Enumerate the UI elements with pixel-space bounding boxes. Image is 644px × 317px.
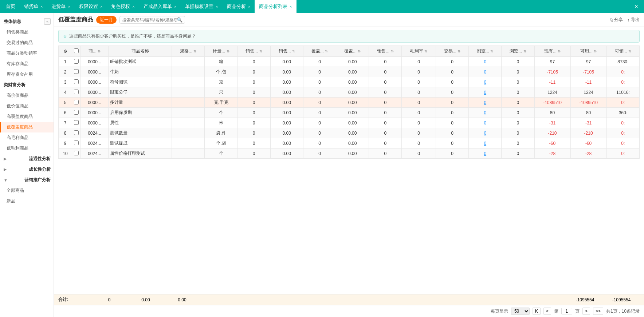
- col-settings[interactable]: ⚙: [59, 46, 72, 57]
- page-size-select[interactable]: 50 20 100: [511, 308, 530, 315]
- row-checkbox[interactable]: [72, 77, 81, 87]
- row-select-checkbox[interactable]: [74, 130, 79, 135]
- sidebar-item-low-margin[interactable]: 低毛利商品: [0, 143, 54, 154]
- row-browse1[interactable]: 0: [469, 138, 502, 148]
- row-browse1[interactable]: 0: [469, 118, 502, 128]
- row-select-checkbox[interactable]: [74, 140, 79, 145]
- col-browse1[interactable]: 浏览... ⇅: [469, 46, 502, 57]
- col-coverage2[interactable]: 覆盖... ⇅: [336, 46, 369, 57]
- row-checkbox[interactable]: [72, 87, 81, 98]
- row-browse1[interactable]: 0: [469, 87, 502, 98]
- close-icon[interactable]: ×: [248, 4, 250, 9]
- col-sales-rate[interactable]: 销售... ⇅: [369, 46, 402, 57]
- row-select-checkbox[interactable]: [74, 100, 79, 104]
- col-name[interactable]: 商品名称: [108, 46, 172, 57]
- nav-permission-settings[interactable]: 权限设置 ×: [75, 0, 107, 13]
- sidebar-item-high-value[interactable]: 高价值商品: [0, 90, 54, 101]
- row-browse1[interactable]: 0: [469, 148, 502, 159]
- row-select-checkbox[interactable]: [74, 110, 79, 115]
- close-icon[interactable]: ×: [216, 4, 218, 9]
- sidebar-item-in-stock-goods[interactable]: 有库存商品: [0, 59, 54, 69]
- nav-sales-order[interactable]: 销货单 ×: [20, 0, 47, 13]
- row-checkbox[interactable]: [72, 148, 81, 159]
- row-checkbox[interactable]: [72, 138, 81, 148]
- sidebar-liquidity-label: 流通性分析: [29, 156, 51, 162]
- col-code[interactable]: 商... ⇅: [81, 46, 109, 57]
- col-available-stock[interactable]: 可用... ⇅: [570, 46, 606, 57]
- nav-goods-analysis-list[interactable]: 商品分析列表 ×: [255, 0, 296, 13]
- nav-role-auth[interactable]: 角色授权 ×: [107, 0, 139, 13]
- row-checkbox[interactable]: [72, 108, 81, 118]
- nav-home[interactable]: 首页: [1, 0, 20, 13]
- col-checkbox[interactable]: [72, 46, 81, 57]
- row-checkbox[interactable]: [72, 118, 81, 128]
- search-input[interactable]: [122, 17, 177, 23]
- row-checkbox[interactable]: [72, 98, 81, 108]
- table-container[interactable]: ⚙ 商... ⇅ 商品名称 规格... ⇅ 计量... ⇅ 销售... ⇅ 销售…: [54, 45, 644, 294]
- sidebar-item-category-sales-rate[interactable]: 商品分类动销率: [0, 48, 54, 59]
- sidebar-item-low-value[interactable]: 低价值商品: [0, 101, 54, 111]
- prev-page-button[interactable]: <: [543, 308, 551, 315]
- col-spec[interactable]: 规格... ⇅: [172, 46, 205, 57]
- col-unit[interactable]: 计量... ⇅: [205, 46, 237, 57]
- row-select-checkbox[interactable]: [74, 120, 79, 125]
- col-gross-margin[interactable]: 毛利率 ⇅: [402, 46, 436, 57]
- col-browse2[interactable]: 浏览... ⇅: [502, 46, 534, 57]
- row-coverage1: 0: [303, 148, 336, 159]
- row-checkbox[interactable]: [72, 128, 81, 138]
- chevron-down-icon: ▼: [4, 178, 8, 182]
- row-select-checkbox[interactable]: [74, 90, 79, 94]
- col-trans[interactable]: 交易... ⇅: [436, 46, 468, 57]
- col-sales-amount[interactable]: 销售... ⇅: [270, 46, 303, 57]
- close-icon[interactable]: ×: [68, 4, 70, 9]
- sidebar-item-sales-goods[interactable]: 销售类商品: [0, 27, 54, 37]
- sidebar-item-high-coverage[interactable]: 高覆盖度商品: [0, 111, 54, 122]
- nav-goods-analysis[interactable]: 商品分析 ×: [223, 0, 255, 13]
- sidebar-growth-analysis-header[interactable]: ▶ 成长性分析: [0, 164, 54, 175]
- next-page-button[interactable]: >: [582, 308, 590, 315]
- export-button[interactable]: ↑ 导出: [627, 17, 640, 23]
- sidebar-item-stock-capital[interactable]: 库存资金占用: [0, 69, 54, 80]
- row-select-checkbox[interactable]: [74, 79, 79, 84]
- nav-product-inbound[interactable]: 产成品入库单 ×: [139, 0, 181, 13]
- close-icon[interactable]: ×: [132, 4, 134, 9]
- window-close-button[interactable]: ×: [630, 3, 643, 11]
- close-icon[interactable]: ×: [40, 4, 43, 9]
- close-icon[interactable]: ×: [174, 4, 176, 9]
- row-browse1[interactable]: 0: [469, 67, 502, 77]
- nav-purchase-order[interactable]: 进货单 ×: [47, 0, 74, 13]
- sidebar-collapse-button[interactable]: «: [44, 18, 51, 25]
- col-sales-qty[interactable]: 销售... ⇅: [237, 46, 270, 57]
- row-select-checkbox[interactable]: [74, 69, 79, 74]
- filter-recent-month-button[interactable]: 近一月: [96, 16, 117, 24]
- sidebar-wealth-analysis-header[interactable]: 类财富分析: [0, 80, 54, 90]
- sidebar-item-low-coverage[interactable]: 低覆盖度商品: [0, 122, 54, 132]
- col-saleable[interactable]: 可销... ⇅: [606, 46, 639, 57]
- row-browse1[interactable]: 0: [469, 108, 502, 118]
- nav-template-settings[interactable]: 单据模板设置 ×: [181, 0, 222, 13]
- row-browse1[interactable]: 0: [469, 98, 502, 108]
- sidebar-liquidity-analysis-header[interactable]: ▶ 流通性分析: [0, 154, 54, 164]
- share-button[interactable]: ⎗ 分享: [610, 17, 623, 23]
- sidebar-item-new-goods[interactable]: 新品: [0, 196, 54, 206]
- sidebar-overall-info-header[interactable]: 整体信息 «: [0, 16, 54, 27]
- row-browse1[interactable]: 0: [469, 128, 502, 138]
- last-page-button[interactable]: >>: [593, 308, 603, 315]
- row-browse1[interactable]: 0: [469, 57, 502, 67]
- col-coverage1[interactable]: 覆盖... ⇅: [303, 46, 336, 57]
- row-checkbox[interactable]: [72, 67, 81, 77]
- first-page-button[interactable]: K: [533, 308, 541, 315]
- select-all-checkbox[interactable]: [74, 48, 79, 53]
- row-checkbox[interactable]: [72, 57, 81, 67]
- sidebar-item-traded-goods[interactable]: 交易过的商品: [0, 37, 54, 48]
- page-number-input[interactable]: [561, 308, 572, 314]
- sidebar-item-all-goods[interactable]: 全部商品: [0, 185, 54, 196]
- close-icon[interactable]: ×: [100, 4, 102, 9]
- sidebar-marketing-analysis-header[interactable]: ▼ 营销推广分析: [0, 175, 54, 185]
- row-browse1[interactable]: 0: [469, 77, 502, 87]
- col-current-stock[interactable]: 现有... ⇅: [534, 46, 570, 57]
- row-select-checkbox[interactable]: [74, 59, 79, 64]
- row-select-checkbox[interactable]: [74, 151, 79, 155]
- close-icon[interactable]: ×: [290, 4, 292, 9]
- sidebar-item-high-margin[interactable]: 高毛利商品: [0, 132, 54, 143]
